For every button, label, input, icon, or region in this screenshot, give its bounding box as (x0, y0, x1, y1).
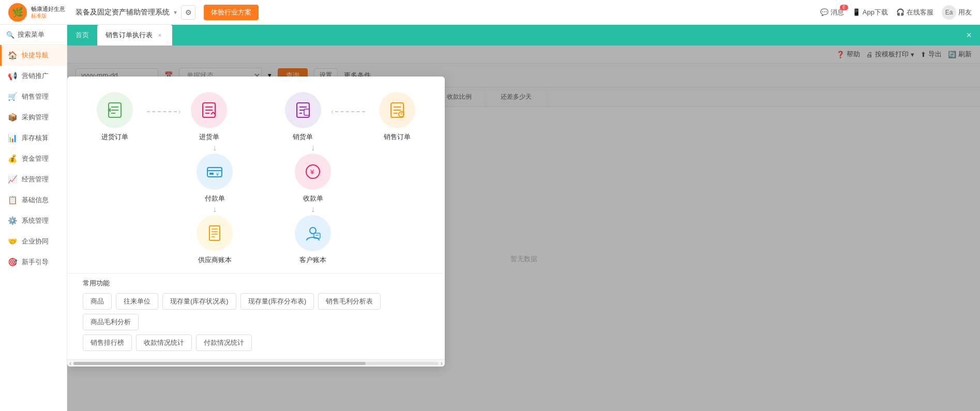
flow-circle-receipt-bill: ¥ (295, 154, 331, 190)
tab-sales-order[interactable]: 销售订单执行表 × (97, 25, 172, 45)
flow-label-customer-ledger: 客户账本 (299, 255, 326, 265)
flow-circle-customer-ledger (295, 215, 331, 251)
flow-circle-supplier-ledger (197, 215, 233, 251)
sidebar-item-guide[interactable]: 🎯 新手引导 (0, 252, 67, 272)
flow-node-sales-bill[interactable]: 销货单 (271, 92, 335, 142)
online-service-btn[interactable]: 🎧 在线客服 (896, 8, 933, 17)
experience-btn[interactable]: 体验行业方案 (204, 5, 259, 20)
scroll-right-btn[interactable]: › (441, 360, 443, 367)
top-header: 🌿 畅康通好生意 标准版 装备及固定资产辅助管理系统 ▾ ⚙ 体验行业方案 💬 … (0, 0, 980, 25)
system-title-area: 装备及固定资产辅助管理系统 ▾ ⚙ 体验行业方案 (76, 5, 820, 20)
flow-diagram-area: 进货订单 › (67, 77, 445, 273)
content-area: 首页 销售订单执行表 × × ❓ 帮助 🖨 按模板打印 ▾ (67, 25, 980, 411)
common-functions-title: 常用功能 (83, 279, 429, 288)
scroll-left-btn[interactable]: ‹ (69, 360, 71, 367)
flow-label-purchase-bill: 进货单 (199, 132, 219, 142)
common-btn-payment-stats[interactable]: 付款情况统计 (196, 334, 252, 351)
page-content: ❓ 帮助 🖨 按模板打印 ▾ ⬆ 导出 🔄 刷新 (67, 45, 980, 411)
gear-button[interactable]: ⚙ (181, 5, 195, 20)
sidebar-item-sales[interactable]: 🛒 销售管理 (0, 86, 67, 107)
scrollbar-track[interactable] (73, 362, 439, 365)
arrow-down-sales-bill: ↓ (311, 143, 315, 153)
sidebar-item-system[interactable]: ⚙️ 系统管理 (0, 210, 67, 231)
inventory-icon: 📊 (8, 133, 18, 143)
arrow-down-purchase-bill: ↓ (213, 143, 217, 153)
sidebar-item-label: 采购管理 (22, 113, 49, 122)
flow-node-receipt-bill[interactable]: ¥ 收款单 (279, 154, 346, 203)
common-btn-receipt-stats[interactable]: 收款情况统计 (136, 334, 192, 351)
flow-label-sales-bill: 销货单 (293, 132, 313, 142)
logo-area: 🌿 畅康通好生意 标准版 (8, 3, 76, 22)
purchase-icon: 📦 (8, 113, 18, 122)
search-menu[interactable]: 🔍 搜索菜单 (0, 25, 67, 45)
sales-icon: 🛒 (8, 92, 18, 101)
sidebar-item-label: 企业协同 (22, 237, 49, 246)
sidebar-item-marketing[interactable]: 📢 营销推广 (0, 66, 67, 86)
sidebar-item-label: 库存核算 (22, 133, 49, 143)
common-btn-sales-gross-analysis[interactable]: 销售毛利分析表 (318, 293, 381, 310)
avatar: Ea (942, 5, 956, 20)
svg-rect-25 (209, 226, 220, 240)
finance-icon: 💰 (8, 154, 18, 163)
tab-home[interactable]: 首页 (67, 25, 97, 45)
sidebar-item-operation[interactable]: 📈 经营管理 (0, 169, 67, 190)
flow-node-customer-ledger[interactable]: 客户账本 (279, 215, 346, 265)
flow-node-sales-order[interactable]: 销售订单 (365, 92, 429, 142)
svg-text:¥: ¥ (216, 172, 219, 177)
header-right: 💬 消息 6 📱 App下载 🎧 在线客服 Ea 用友 (820, 5, 972, 20)
popup-scrollbar[interactable]: ‹ › (67, 359, 445, 367)
message-badge: 6 (840, 5, 848, 10)
sidebar-item-label: 新手引导 (22, 257, 49, 267)
sidebar-item-cooperation[interactable]: 🤝 企业协同 (0, 231, 67, 252)
common-functions-section: 常用功能 商品 往来单位 现存量(库存状况表) 现存量(库存分布表) 销售毛利分… (67, 273, 445, 359)
common-btn-stock-distribution[interactable]: 现存量(库存分布表) (240, 293, 314, 310)
system-title: 装备及固定资产辅助管理系统 (76, 8, 170, 17)
flow-node-purchase-order[interactable]: 进货订单 (83, 92, 147, 142)
common-btn-product-gross-analysis[interactable]: 商品毛利分析 (83, 314, 139, 330)
common-buttons-row1: 商品 往来单位 现存量(库存状况表) 现存量(库存分布表) 销售毛利分析表 商品… (83, 293, 429, 330)
scrollbar-thumb (73, 362, 366, 365)
common-btn-sales-ranking[interactable]: 销售排行榜 (83, 334, 132, 351)
home-icon: 🏠 (8, 51, 18, 60)
sidebar-item-inventory[interactable]: 📊 库存核算 (0, 128, 67, 148)
flow-node-supplier-ledger[interactable]: 供应商账本 (181, 215, 248, 265)
phone-icon: 📱 (852, 8, 861, 16)
tab-close-btn[interactable]: × (156, 31, 164, 39)
message-btn[interactable]: 💬 消息 6 (820, 8, 844, 17)
user-menu[interactable]: Ea 用友 (942, 5, 972, 20)
operation-icon: 📈 (8, 175, 18, 184)
popup: 进货订单 › (67, 77, 445, 367)
svg-rect-19 (207, 168, 222, 177)
common-buttons-row2: 销售排行榜 收款情况统计 付款情况统计 (83, 334, 429, 351)
sales-order-tab-label: 销售订单执行表 (105, 31, 153, 40)
popup-overlay[interactable]: 进货订单 › (67, 45, 980, 411)
flow-node-payment-bill[interactable]: ¥ 付款单 (181, 154, 248, 203)
sidebar-item-label: 销售管理 (22, 92, 49, 101)
flow-circle-purchase-bill (191, 92, 227, 128)
svg-text:¥: ¥ (310, 168, 314, 176)
common-btn-stock-status[interactable]: 现存量(库存状况表) (162, 293, 236, 310)
sidebar-item-quick-nav[interactable]: 🏠 快捷导航 (0, 45, 67, 66)
system-dropdown-arrow[interactable]: ▾ (174, 9, 177, 16)
search-icon: 🔍 (6, 31, 14, 39)
app-download-btn[interactable]: 📱 App下载 (852, 8, 888, 17)
sidebar: 🔍 搜索菜单 🏠 快捷导航 📢 营销推广 🛒 销售管理 📦 采购管理 📊 库存核… (0, 25, 67, 411)
sidebar-item-label: 资金管理 (22, 154, 49, 163)
flow-node-purchase-bill[interactable]: 进货单 (177, 92, 241, 142)
system-icon: ⚙️ (8, 216, 18, 225)
common-btn-product[interactable]: 商品 (83, 293, 112, 310)
window-close-btn[interactable]: × (962, 30, 976, 41)
logo-text: 畅康通好生意 标准版 (31, 5, 65, 19)
svg-rect-21 (209, 173, 214, 175)
flow-label-supplier-ledger: 供应商账本 (198, 255, 232, 265)
cooperation-icon: 🤝 (8, 237, 18, 246)
sidebar-item-basic-info[interactable]: 📋 基础信息 (0, 190, 67, 210)
sidebar-item-label: 快捷导航 (22, 51, 49, 60)
svg-rect-12 (304, 109, 309, 115)
common-btn-partner[interactable]: 往来单位 (116, 293, 158, 310)
sidebar-item-label: 系统管理 (22, 216, 49, 225)
sidebar-item-finance[interactable]: 💰 资金管理 (0, 148, 67, 169)
sidebar-item-purchase[interactable]: 📦 采购管理 (0, 107, 67, 128)
flow-circle-purchase-order (97, 92, 133, 128)
flow-circle-sales-order (379, 92, 415, 128)
